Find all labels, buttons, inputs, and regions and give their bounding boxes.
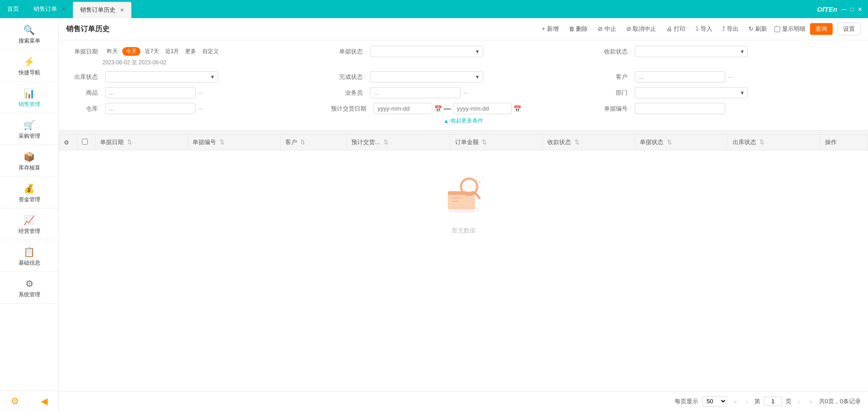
sidebar-item-system[interactable]: ⚙ 系统管理: [0, 272, 58, 304]
sidebar-item-finance-label: 资金管理: [19, 196, 40, 203]
collapse-label: 收起更多条件: [451, 117, 483, 125]
pagination: 每页显示 50 10 20 100 « ‹ 第 页 › » 共0页，0条记录: [59, 391, 868, 411]
collapse-btn[interactable]: ▲ 收起更多条件: [66, 117, 861, 125]
sidebar-item-search-menu[interactable]: 🔍 搜索菜单: [0, 18, 58, 50]
empty-row: 暂无数据: [59, 150, 868, 253]
sidebar-item-purchase-mgmt[interactable]: 🛒 采购管理: [0, 113, 58, 145]
next-page-btn[interactable]: ›: [795, 397, 803, 406]
show-detail-label[interactable]: 显示明细: [774, 25, 806, 33]
sidebar-item-operations[interactable]: 📈 经营管理: [0, 208, 58, 240]
warehouse-status-label: 出库状态: [66, 73, 102, 81]
maximize-btn[interactable]: □: [850, 6, 854, 13]
col-payment-status[interactable]: 收款状态 ⇅: [543, 135, 635, 150]
tab-sales-order[interactable]: 销售订单 ✕: [26, 0, 73, 18]
prev-page-btn[interactable]: ‹: [743, 397, 751, 406]
date-7days[interactable]: 近7天: [143, 47, 161, 56]
salesperson-ellipsis[interactable]: ···: [463, 89, 477, 96]
product-input[interactable]: [105, 87, 196, 98]
new-btn[interactable]: + 新增: [539, 24, 561, 34]
col-number-sort-icon: ⇅: [220, 139, 225, 145]
col-settings[interactable]: ⚙: [59, 135, 77, 150]
refresh-btn[interactable]: ↻ 刷新: [746, 24, 770, 34]
col-checkbox[interactable]: [77, 135, 96, 150]
col-actions: 操作: [820, 135, 868, 150]
col-number[interactable]: 单据编号 ⇅: [188, 135, 280, 150]
first-page-btn[interactable]: «: [731, 397, 740, 406]
export-btn[interactable]: ⤴ 导出: [719, 24, 742, 34]
sidebar-item-operations-label: 经营管理: [19, 227, 40, 235]
main-layout: 🔍 搜索菜单 ⚡ 快捷导航 📊 销售管理 🛒 采购管理 📦 库存核算 💰 资金管…: [0, 18, 868, 411]
last-page-btn[interactable]: »: [806, 397, 815, 406]
per-page-select[interactable]: 50 10 20 100: [702, 396, 727, 406]
import-btn[interactable]: ⤵ 导入: [693, 24, 715, 34]
tab-bar: 首页 销售订单 ✕ 销售订单历史 ✕: [0, 0, 811, 18]
settings-btn[interactable]: 设置: [837, 23, 861, 35]
system-icon: ⚙: [25, 278, 34, 289]
date-today[interactable]: 今天: [122, 47, 140, 56]
sidebar-item-basic-info-label: 基础信息: [19, 259, 40, 267]
department-label: 部门: [596, 89, 632, 97]
order-number-label: 单据编号: [596, 105, 632, 113]
table-body: 暂无数据: [59, 150, 868, 253]
expected-date-start-calendar[interactable]: 📅: [434, 105, 442, 112]
svg-point-10: [475, 176, 477, 178]
sidebar-item-quick-nav[interactable]: ⚡ 快捷导航: [0, 50, 58, 82]
date-1month[interactable]: 近1月: [163, 47, 181, 56]
sidebar-item-inventory[interactable]: 📦 库存核算: [0, 145, 58, 177]
sidebar: 🔍 搜索菜单 ⚡ 快捷导航 📊 销售管理 🛒 采购管理 📦 库存核算 💰 资金管…: [0, 18, 59, 411]
complete-status-select[interactable]: ▾: [370, 71, 483, 82]
customer-ellipsis[interactable]: ···: [728, 73, 742, 80]
order-number-input[interactable]: [635, 103, 725, 114]
warehouse-status-select[interactable]: ▾: [105, 71, 218, 82]
operations-icon: 📈: [24, 215, 35, 226]
cancel-stop-btn[interactable]: ⊘ 取消中止: [623, 24, 659, 34]
expected-date-end[interactable]: [453, 103, 512, 114]
tab-sales-order-history-close[interactable]: ✕: [120, 7, 124, 13]
col-date[interactable]: 单据日期 ⇅: [96, 135, 188, 150]
product-ellipsis[interactable]: ···: [198, 89, 212, 96]
date-yesterday[interactable]: 昨天: [105, 47, 120, 56]
query-btn[interactable]: 查询: [810, 23, 833, 35]
delete-btn[interactable]: 🗑 删除: [566, 24, 591, 34]
tab-sales-order-close[interactable]: ✕: [62, 6, 66, 12]
customer-input[interactable]: [635, 71, 725, 82]
finance-icon: 💰: [24, 183, 35, 194]
col-order-status[interactable]: 单据状态 ⇅: [635, 135, 728, 150]
minimize-btn[interactable]: —: [841, 6, 847, 13]
stop-btn[interactable]: ⊘ 中止: [595, 24, 619, 34]
salesperson-input[interactable]: [370, 87, 460, 98]
tab-home[interactable]: 首页: [0, 0, 26, 18]
order-status-select[interactable]: ▾: [370, 46, 483, 57]
page-input[interactable]: [764, 396, 782, 406]
date-more[interactable]: 更多: [183, 47, 198, 56]
expected-date-end-calendar[interactable]: 📅: [513, 105, 521, 112]
sidebar-item-finance[interactable]: 💰 资金管理: [0, 177, 58, 208]
expected-date-start[interactable]: [374, 103, 432, 114]
col-warehouse-status[interactable]: 出库状态 ⇅: [728, 135, 820, 150]
warehouse-input[interactable]: [105, 103, 196, 114]
select-all-checkbox[interactable]: [82, 139, 88, 145]
col-customer[interactable]: 客户 ⇅: [280, 135, 346, 150]
payment-status-select[interactable]: ▾: [635, 46, 748, 57]
sidebar-item-basic-info[interactable]: 📋 基础信息: [0, 240, 58, 272]
warehouse-ellipsis[interactable]: ···: [198, 105, 212, 112]
table-area: ⚙ 单据日期 ⇅ 单据编号 ⇅ 客户 ⇅: [59, 134, 868, 391]
sidebar-item-sales-mgmt[interactable]: 📊 销售管理: [0, 82, 58, 113]
payment-status-arrow: ▾: [741, 48, 744, 55]
col-expected[interactable]: 预计交货... ⇅: [347, 135, 451, 150]
show-detail-checkbox[interactable]: [774, 26, 780, 32]
sidebar-collapse-btn[interactable]: ◀: [41, 396, 48, 406]
col-expected-sort-icon: ⇅: [384, 139, 388, 145]
tab-sales-order-history[interactable]: 销售订单历史 ✕: [73, 2, 131, 18]
col-warehouse-status-sort-icon: ⇅: [759, 139, 764, 145]
complete-status-arrow: ▾: [476, 73, 479, 80]
sidebar-settings-btn[interactable]: ⚙: [11, 396, 19, 406]
sidebar-item-purchase-mgmt-label: 采购管理: [19, 132, 40, 140]
col-amount[interactable]: 订单金额 ⇅: [450, 135, 542, 150]
date-custom[interactable]: 自定义: [201, 47, 221, 56]
collapse-arrow-icon: ▲: [444, 118, 449, 124]
print-btn[interactable]: 🖨 打印: [664, 24, 689, 34]
date-options: 昨天 今天 近7天 近1月 更多 自定义: [105, 47, 221, 56]
department-select[interactable]: ▾: [635, 87, 748, 98]
close-btn[interactable]: ✕: [858, 6, 863, 13]
